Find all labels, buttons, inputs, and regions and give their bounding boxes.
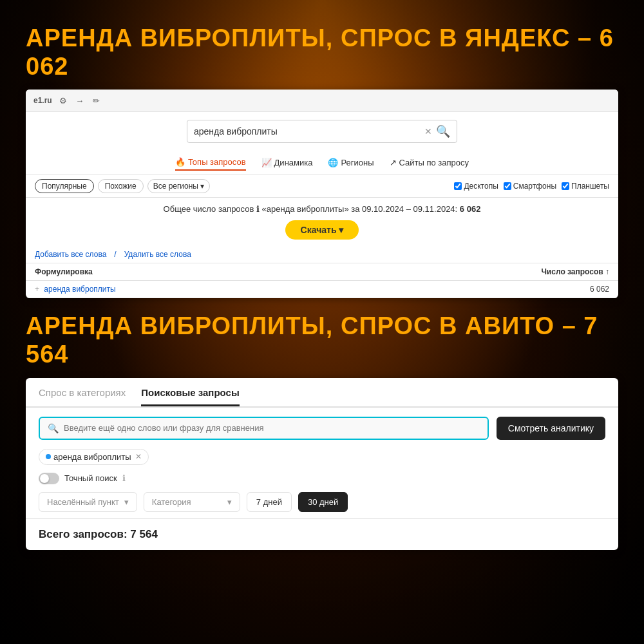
globe-icon: 🌐 [328, 158, 338, 167]
search-tag: аренда виброплиты ✕ [39, 449, 149, 465]
tab-category-demand[interactable]: Спрос в категориях [39, 387, 126, 406]
chart-icon: 📈 [261, 158, 272, 167]
tab-dynamics-label: Динамика [274, 158, 313, 167]
yandex-search-row: ✕ 🔍 [26, 112, 618, 151]
tab-regions-label: Регионы [341, 158, 374, 167]
region-select[interactable]: Все регионы ▾ [147, 179, 211, 193]
smartphone-checkbox-label[interactable]: Смартфоны [504, 182, 556, 191]
chevron-down-icon: ▾ [124, 497, 129, 507]
avito-total: Всего запросов: 7 564 [26, 518, 618, 550]
yandex-table-header: Формулировка Число запросов ↑ [26, 263, 618, 281]
tag-close-button[interactable]: ✕ [135, 452, 142, 461]
chevron-down-icon: ▾ [200, 182, 204, 191]
filter-right: Десктопы Смартфоны Планшеты [454, 182, 609, 191]
filter-left: Популярные Похожие Все регионы ▾ [35, 179, 210, 193]
tablet-label: Планшеты [571, 182, 609, 191]
avito-section-title: АРЕНДА ВИБРОПЛИТЫ, СПРОС В АВИТО – 7 564 [26, 298, 618, 377]
avito-card: Спрос в категориях Поисковые запросы 🔍 С… [26, 378, 618, 550]
yandex-section-title: АРЕНДА ВИБРОПЛИТЫ, СПРОС В ЯНДЕКС – 6 06… [26, 13, 618, 90]
tab-sites[interactable]: ↗ Сайты по запросу [390, 155, 469, 171]
add-all-words-link[interactable]: Добавить все слова [35, 250, 106, 259]
separator: / [114, 250, 116, 259]
avito-search-icon: 🔍 [48, 423, 59, 433]
tab-search-queries[interactable]: Поисковые запросы [141, 387, 239, 406]
category-select[interactable]: Категория ▾ [144, 492, 240, 512]
yandex-search-button[interactable]: 🔍 [436, 124, 450, 138]
region-select-label: Все регионы [153, 182, 198, 191]
avito-tags-row: аренда виброплиты ✕ [26, 446, 618, 470]
tab-regions[interactable]: 🌐 Регионы [328, 155, 374, 171]
external-link-icon: ↗ [390, 158, 397, 167]
table-col-count: Число запросов ↑ [541, 267, 609, 276]
total-value: 7 564 [130, 528, 158, 540]
smartphone-checkbox[interactable] [504, 182, 511, 190]
location-select-label: Населённый пункт [47, 497, 119, 507]
category-select-label: Категория [152, 497, 191, 507]
download-button[interactable]: Скачать ▾ [285, 220, 359, 240]
avito-tabs: Спрос в категориях Поисковые запросы [26, 378, 618, 408]
pencil-icon[interactable]: ✏ [91, 95, 102, 106]
chevron-down-icon-2: ▾ [227, 497, 232, 507]
total-label: Всего запросов: [39, 528, 128, 540]
tab-search-queries-label: Поисковые запросы [141, 387, 239, 398]
fire-icon: 🔥 [175, 157, 185, 167]
yandex-topbar: e1.ru ⚙ → ✏ [26, 90, 618, 112]
tab-top-queries[interactable]: 🔥 Топы запросов [175, 155, 246, 171]
period-7-button[interactable]: 7 дней [247, 492, 292, 512]
desktop-label: Десктопы [464, 182, 498, 191]
desktop-checkbox[interactable] [454, 182, 462, 190]
avito-analytics-button[interactable]: Смотреть аналитику [497, 417, 605, 440]
tab-dynamics[interactable]: 📈 Динамика [261, 155, 313, 171]
tab-top-queries-label: Топы запросов [188, 157, 246, 167]
filter-similar-button[interactable]: Похожие [98, 179, 144, 193]
yandex-search-box: ✕ 🔍 [187, 120, 457, 143]
stats-text: Общее число запросов ℹ «аренда виброплит… [164, 204, 458, 214]
plus-icon[interactable]: + [35, 285, 39, 294]
period-30-button[interactable]: 30 дней [298, 492, 348, 512]
site-label: e1.ru [33, 96, 52, 105]
word-actions: Добавить все слова / Удалить все слова [26, 246, 618, 263]
yandex-search-input[interactable] [194, 126, 424, 137]
arrow-icon: → [74, 95, 86, 106]
yandex-stats: Общее число запросов ℹ «аренда виброплит… [26, 198, 618, 218]
avito-selects-row: Населённый пункт ▾ Категория ▾ 7 дней 30… [26, 489, 618, 518]
table-row: + аренда виброплиты 6 062 [26, 281, 618, 298]
table-col-formulation: Формулировка [35, 267, 93, 276]
clear-search-button[interactable]: ✕ [424, 126, 432, 137]
exact-search-toggle[interactable] [39, 473, 59, 484]
tag-label: аренда виброплиты [53, 452, 131, 462]
yandex-filters: Популярные Похожие Все регионы ▾ Десктоп… [26, 175, 618, 198]
tag-dot-icon [46, 454, 51, 459]
tablet-checkbox[interactable] [562, 182, 569, 190]
desktop-checkbox-label[interactable]: Десктопы [454, 182, 498, 191]
stats-count: 6 062 [460, 204, 481, 214]
tab-category-demand-label: Спрос в категориях [39, 387, 126, 398]
avito-search-input-wrapper: 🔍 [39, 417, 489, 440]
location-select[interactable]: Населённый пункт ▾ [39, 492, 137, 512]
avito-exact-row: Точный поиск ℹ [26, 470, 618, 489]
remove-all-words-link[interactable]: Удалить все слова [124, 250, 191, 259]
row-count: 6 062 [590, 285, 609, 294]
gear-icon[interactable]: ⚙ [57, 95, 69, 106]
row-label: аренда виброплиты [44, 285, 115, 294]
tablet-checkbox-label[interactable]: Планшеты [562, 182, 609, 191]
exact-search-info-icon: ℹ [122, 473, 126, 483]
tab-sites-label: Сайты по запросу [399, 158, 469, 167]
filter-popular-button[interactable]: Популярные [35, 179, 94, 193]
yandex-card: e1.ru ⚙ → ✏ ✕ 🔍 🔥 Топы запросов 📈 Динами… [26, 90, 618, 298]
row-link[interactable]: + аренда виброплиты [35, 285, 116, 294]
avito-search-row: 🔍 Смотреть аналитику [26, 408, 618, 446]
avito-search-input[interactable] [64, 423, 480, 433]
yandex-tabs: 🔥 Топы запросов 📈 Динамика 🌐 Регионы ↗ С… [26, 151, 618, 175]
smartphone-label: Смартфоны [513, 182, 556, 191]
exact-search-label: Точный поиск [64, 473, 117, 483]
